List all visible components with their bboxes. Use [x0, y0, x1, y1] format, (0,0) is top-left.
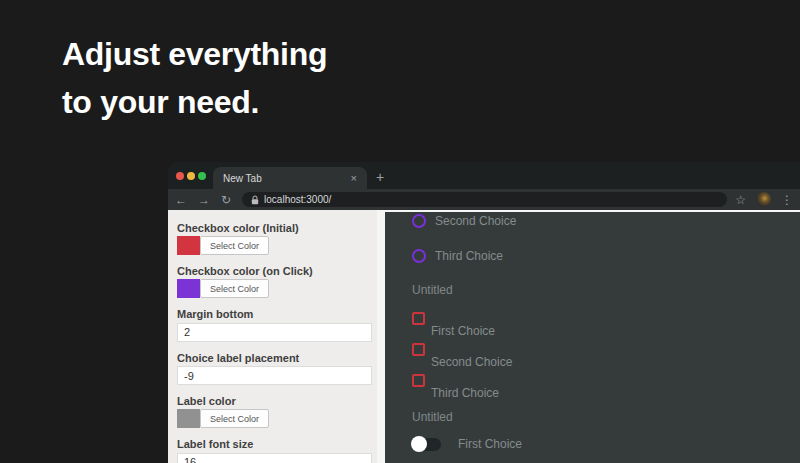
question-title: Untitled: [412, 284, 800, 296]
checkbox-icon[interactable]: [412, 374, 425, 387]
radio-label[interactable]: Second Choice: [435, 214, 516, 228]
toggle-knob[interactable]: [411, 436, 427, 452]
toolbar-right: ☆ ⋮: [735, 192, 793, 207]
browser-window: New Tab × + ← → ↻ localhost:3000/ ☆ ⋮: [168, 162, 800, 463]
browser-toolbar: ← → ↻ localhost:3000/ ☆ ⋮: [168, 189, 800, 210]
hero-title-line2: to your need.: [62, 78, 327, 126]
close-tab-icon[interactable]: ×: [351, 173, 357, 184]
tab-title: New Tab: [223, 173, 262, 184]
checkbox-icon[interactable]: [412, 312, 425, 325]
field-label: Margin bottom: [177, 308, 377, 321]
settings-field-checkbox-color-initial: Checkbox color (Initial) Select Color: [177, 222, 377, 255]
lock-icon: [251, 195, 259, 205]
address-bar[interactable]: localhost:3000/: [242, 192, 727, 207]
page: Adjust everything to your need. New Tab …: [0, 0, 800, 463]
checkbox-option[interactable]: First Choice: [412, 312, 800, 326]
margin-bottom-input[interactable]: [177, 323, 372, 342]
radio-icon[interactable]: [412, 249, 426, 263]
browser-menu-icon[interactable]: ⋮: [781, 194, 793, 206]
field-label: Checkbox color (on Click): [177, 265, 377, 278]
checkbox-label[interactable]: Second Choice: [431, 355, 512, 369]
window-controls: [176, 172, 206, 180]
color-swatch[interactable]: [177, 279, 200, 298]
url-text: localhost:3000/: [264, 194, 331, 205]
settings-field-checkbox-color-click: Checkbox color (on Click) Select Color: [177, 265, 377, 298]
settings-panel: Checkbox color (Initial) Select Color Ch…: [168, 210, 377, 463]
close-window-button[interactable]: [176, 172, 184, 180]
field-label: Label font size: [177, 438, 377, 451]
checkbox-label[interactable]: First Choice: [431, 324, 495, 338]
tab-strip: New Tab × +: [168, 162, 800, 189]
radio-icon[interactable]: [412, 214, 426, 228]
profile-avatar[interactable]: [756, 192, 771, 207]
checkbox-label[interactable]: Third Choice: [431, 386, 499, 400]
settings-field-margin-bottom: Margin bottom: [177, 308, 377, 342]
bookmark-star-icon[interactable]: ☆: [735, 194, 746, 206]
label-font-size-input[interactable]: [177, 453, 372, 463]
question-title: Untitled: [412, 411, 800, 423]
select-color-button[interactable]: Select Color: [200, 409, 269, 428]
checkbox-icon[interactable]: [412, 343, 425, 356]
radio-option[interactable]: Third Choice: [412, 249, 800, 263]
toggle-label[interactable]: First Choice: [458, 437, 522, 451]
radio-label[interactable]: Third Choice: [435, 249, 503, 263]
settings-field-label-font-size: Label font size: [177, 438, 377, 463]
hero-title-line1: Adjust everything: [62, 30, 327, 78]
color-swatch[interactable]: [177, 409, 200, 428]
radio-option[interactable]: Second Choice: [412, 214, 800, 228]
select-color-button[interactable]: Select Color: [200, 236, 269, 255]
minimize-window-button[interactable]: [187, 172, 195, 180]
toggle-switch[interactable]: [412, 438, 441, 451]
browser-tab[interactable]: New Tab ×: [213, 167, 367, 189]
back-icon[interactable]: ←: [175, 194, 187, 206]
settings-field-choice-label-placement: Choice label placement: [177, 352, 377, 386]
settings-field-label-color: Label color Select Color: [177, 395, 377, 428]
checkbox-option[interactable]: Third Choice: [412, 374, 800, 388]
reload-icon[interactable]: ↻: [221, 194, 231, 206]
form-preview: Second Choice Third Choice Untitled Firs…: [385, 212, 800, 463]
select-color-button[interactable]: Select Color: [200, 279, 269, 298]
toggle-option[interactable]: First Choice: [412, 436, 800, 452]
zoom-window-button[interactable]: [198, 172, 206, 180]
hero-title: Adjust everything to your need.: [62, 30, 327, 126]
color-swatch[interactable]: [177, 236, 200, 255]
forward-icon[interactable]: →: [198, 194, 210, 206]
checkbox-option[interactable]: Second Choice: [412, 343, 800, 357]
field-label: Label color: [177, 395, 377, 408]
choice-label-placement-input[interactable]: [177, 366, 372, 385]
field-label: Choice label placement: [177, 352, 377, 365]
new-tab-button[interactable]: +: [371, 168, 389, 186]
field-label: Checkbox color (Initial): [177, 222, 377, 235]
page-content: Checkbox color (Initial) Select Color Ch…: [168, 210, 800, 463]
